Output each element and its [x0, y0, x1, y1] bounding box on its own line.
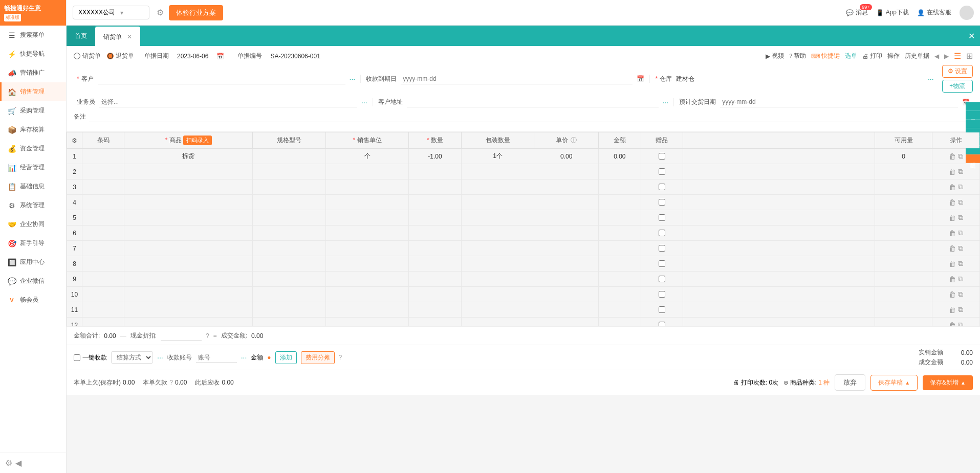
sidebar-item-inventory[interactable]: 📦 库存核算 [0, 120, 66, 139]
notes-input[interactable] [89, 111, 973, 122]
gear-icon[interactable]: ⚙ [157, 8, 164, 17]
copy-icon-10[interactable]: ⧉ [958, 290, 963, 299]
fee-help-icon[interactable]: ? [339, 354, 342, 361]
sidebar-item-marketing[interactable]: 📣 营销推广 [0, 63, 66, 82]
select-btn[interactable]: 选单 [845, 52, 857, 60]
account-input[interactable] [196, 353, 237, 363]
company-selector[interactable]: XXXXXX公司 ▾ [73, 6, 149, 19]
cell-spec-2[interactable] [253, 164, 325, 179]
online-service-btn[interactable]: 👤 在线客服 [917, 8, 951, 17]
cell-amount-1[interactable]: 0.00 [599, 149, 641, 164]
payment-checkbox[interactable] [74, 354, 80, 361]
copy-icon-9[interactable]: ⧉ [958, 275, 963, 283]
trial-button[interactable]: 体验行业方案 [169, 5, 223, 20]
gift-checkbox-3[interactable] [659, 184, 665, 190]
sidebar-item-collab[interactable]: 🤝 企业协同 [0, 215, 66, 234]
addr-dots-icon[interactable]: ··· [663, 98, 669, 106]
overdue-help[interactable]: ? [169, 379, 173, 386]
copy-icon-7[interactable]: ⧉ [958, 244, 963, 253]
expense-button[interactable]: 费用分摊 [301, 351, 335, 364]
customer-input[interactable] [98, 74, 345, 84]
unit-price-info-icon[interactable]: ⓘ [571, 137, 577, 144]
cell-qty-2[interactable] [409, 164, 462, 179]
cell-remark-2[interactable] [683, 164, 875, 179]
toolbar-video[interactable]: ▶ 视频 [766, 52, 784, 60]
delete-icon-12[interactable]: 🗑 [949, 321, 956, 327]
payment-checkbox-label[interactable]: 一键收款 [74, 353, 107, 362]
sidebar-item-newbie[interactable]: 🎯 新手引导 [0, 234, 66, 253]
discount-input[interactable] [161, 331, 202, 341]
cell-price-1[interactable]: 0.00 [534, 149, 599, 164]
copy-icon-8[interactable]: ⧉ [958, 259, 963, 268]
float-link-btn[interactable]: 关联 [966, 120, 980, 128]
save-draft-chevron[interactable]: ▲ [905, 380, 910, 386]
user-avatar[interactable] [960, 6, 974, 20]
expected-date-input[interactable] [720, 97, 958, 107]
delete-icon-7[interactable]: 🗑 [949, 244, 956, 253]
gift-checkbox-2[interactable] [659, 168, 665, 175]
tab-home[interactable]: 首页 [67, 26, 95, 46]
due-date-input[interactable] [401, 74, 633, 84]
delete-icon-2[interactable]: 🗑 [949, 168, 956, 176]
cell-product-1[interactable]: 拆货 [124, 149, 253, 164]
tabbar-close-icon[interactable]: ✕ [968, 31, 975, 41]
cell-amount-2[interactable] [599, 164, 641, 179]
setting-button[interactable]: ⚙ 设置 [942, 65, 973, 78]
message-btn[interactable]: 💬 消息 99+ [846, 8, 868, 17]
save-new-button[interactable]: 保存&新增 ▲ [923, 375, 973, 390]
th-settings[interactable]: ⚙ [67, 132, 82, 149]
float-note-btn[interactable]: 便贴 [966, 102, 980, 111]
list-view-icon[interactable]: ☰ [954, 51, 961, 61]
float-log-btn[interactable]: 日志 [966, 111, 980, 120]
cell-barcode-1[interactable] [82, 149, 124, 164]
copy-icon-11[interactable]: ⧉ [958, 305, 963, 314]
abandon-button[interactable]: 放弃 [835, 374, 865, 391]
copy-icon-12[interactable]: ⧉ [958, 321, 963, 326]
sidebar-item-apps[interactable]: 🔲 应用中心 [0, 253, 66, 272]
calendar-icon[interactable]: 📅 [216, 53, 224, 60]
sidebar-item-wechat[interactable]: 💬 企业微信 [0, 272, 66, 290]
sidebar-item-search[interactable]: ☰ 搜索菜单 [0, 26, 66, 44]
delete-icon-1[interactable]: 🗑 [949, 152, 956, 161]
sidebar-item-sales[interactable]: 🏠 销售管理 [0, 82, 66, 101]
cell-gift-1[interactable] [641, 149, 683, 164]
collapse-icon[interactable]: ◀ [15, 458, 21, 468]
cell-unit-2[interactable] [325, 164, 409, 179]
save-draft-button[interactable]: 保存草稿 ▲ [870, 375, 918, 391]
help-icon[interactable]: ? 帮助 [789, 52, 806, 60]
account-dots[interactable]: ··· [241, 353, 247, 362]
sidebar-item-member[interactable]: V 畅会员 [0, 290, 66, 309]
shortcut-btn[interactable]: ⌨ 快捷键 [811, 52, 840, 60]
delete-icon-6[interactable]: 🗑 [949, 229, 956, 237]
delete-icon-8[interactable]: 🗑 [949, 260, 956, 268]
radio-return-label[interactable]: 退货单 [107, 52, 134, 60]
copy-icon-5[interactable]: ⧉ [958, 213, 963, 222]
radio-return[interactable] [107, 53, 114, 59]
delete-icon-3[interactable]: 🗑 [949, 183, 956, 191]
grid-view-icon[interactable]: ⊞ [966, 51, 973, 61]
tab-close-icon[interactable]: ✕ [127, 33, 132, 40]
prev-icon[interactable]: ◀ [934, 53, 939, 60]
tab-sales-order[interactable]: 销货单 ✕ [95, 27, 140, 47]
sidebar-item-system[interactable]: ⚙ 系统管理 [0, 196, 66, 215]
settings-bottom-icon[interactable]: ⚙ [5, 458, 12, 468]
scan-button[interactable]: 扫码录入 [183, 136, 212, 145]
cell-pkg-2[interactable] [461, 164, 534, 179]
cell-barcode-2[interactable] [82, 164, 124, 179]
sidebar-item-quicknav[interactable]: ⚡ 快捷导航 [0, 44, 66, 63]
radio-sales[interactable] [74, 53, 80, 59]
cell-remark-1[interactable] [683, 149, 875, 164]
sidebar-item-purchase[interactable]: 🛒 采购管理 [0, 101, 66, 120]
salesperson-dots-icon[interactable]: ··· [361, 98, 367, 106]
cell-unit-1[interactable]: 个 [325, 149, 409, 164]
salesperson-input[interactable] [99, 97, 357, 107]
sidebar-item-basic[interactable]: 📋 基础信息 [0, 177, 66, 196]
cell-price-2[interactable] [534, 164, 599, 179]
warehouse-dots-icon[interactable]: ··· [928, 75, 934, 83]
delete-icon-11[interactable]: 🗑 [949, 306, 956, 314]
copy-icon-1[interactable]: ⧉ [958, 152, 963, 161]
cell-product-2[interactable] [124, 164, 253, 179]
delete-icon-5[interactable]: 🗑 [949, 214, 956, 222]
delete-icon-4[interactable]: 🗑 [949, 198, 956, 207]
flow-button[interactable]: +物流 [942, 80, 973, 93]
